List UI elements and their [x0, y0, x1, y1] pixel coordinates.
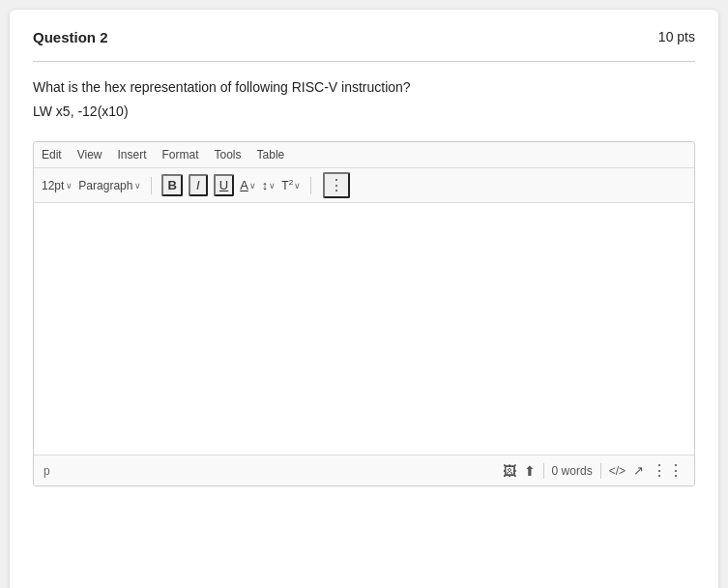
line-height-label: ↕	[262, 178, 269, 192]
menu-table[interactable]: Table	[257, 146, 285, 163]
question-header: Question 2 10 pts	[33, 29, 695, 45]
editor-footer: p 🖼 ⬆ 0 words </> ↗ ⋮⋮	[34, 455, 694, 485]
question-body-text: What is the hex representation of follow…	[33, 77, 695, 98]
line-height-chevron: ∨	[269, 181, 276, 191]
question-title: Question 2	[33, 29, 108, 45]
menu-edit[interactable]: Edit	[42, 146, 62, 163]
toolbar-divider-1	[151, 177, 152, 194]
menu-insert[interactable]: Insert	[117, 146, 146, 163]
menu-tools[interactable]: Tools	[215, 146, 242, 163]
word-count-label: 0 words	[552, 464, 593, 478]
header-divider	[33, 61, 695, 62]
underline-button[interactable]: U	[214, 174, 234, 196]
menu-view[interactable]: View	[77, 146, 102, 163]
font-color-label: A	[240, 178, 248, 192]
question-code-text: LW x5, -12(x10)	[33, 102, 695, 122]
font-size-value: 12pt	[42, 179, 64, 192]
editor-menubar: Edit View Insert Format Tools Table	[34, 142, 694, 168]
html-tag-indicator: p	[44, 464, 50, 478]
question-points: 10 pts	[658, 29, 695, 44]
footer-more-button[interactable]: ⋮⋮	[652, 461, 684, 480]
superscript-label: T2	[281, 178, 293, 192]
upload-icon[interactable]: ⬆	[524, 463, 536, 479]
font-size-chevron: ∨	[66, 181, 73, 191]
footer-separator-2	[600, 463, 601, 479]
paragraph-style-selector[interactable]: Paragraph ∨	[78, 179, 141, 192]
editor-toolbar: 12pt ∨ Paragraph ∨ B I U A ∨ ↕ ∨ T2 ∨	[34, 168, 694, 203]
italic-button[interactable]: I	[189, 174, 208, 196]
paragraph-chevron: ∨	[134, 181, 141, 191]
code-view-button[interactable]: </>	[609, 464, 626, 478]
image-icon[interactable]: 🖼	[503, 463, 516, 479]
superscript-selector[interactable]: T2 ∨	[281, 178, 301, 192]
expand-button[interactable]: ↗	[633, 463, 644, 478]
more-options-button[interactable]: ⋮	[323, 172, 350, 198]
paragraph-style-value: Paragraph	[78, 179, 132, 192]
editor-container: Edit View Insert Format Tools Table 12pt…	[33, 141, 695, 486]
bold-button[interactable]: B	[161, 174, 182, 196]
superscript-chevron: ∨	[294, 181, 301, 191]
editor-content-area[interactable]	[34, 203, 694, 455]
menu-format[interactable]: Format	[162, 146, 199, 163]
footer-right-controls: 🖼 ⬆ 0 words </> ↗ ⋮⋮	[503, 461, 684, 480]
font-color-selector[interactable]: A ∨	[240, 178, 256, 192]
footer-separator	[543, 463, 544, 479]
toolbar-divider-2	[310, 177, 311, 194]
question-card: Question 2 10 pts What is the hex repres…	[10, 10, 718, 588]
font-color-chevron: ∨	[249, 181, 256, 191]
font-size-selector[interactable]: 12pt ∨	[42, 179, 73, 192]
line-height-selector[interactable]: ↕ ∨	[262, 178, 277, 192]
